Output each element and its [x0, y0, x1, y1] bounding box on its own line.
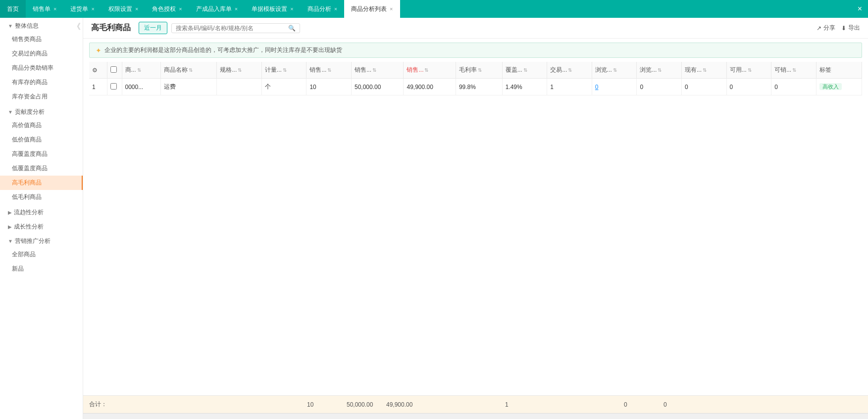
sidebar-group-overall[interactable]: ▼ 整体信息: [0, 18, 83, 32]
export-icon: ⬇: [841, 25, 846, 32]
close-icon[interactable]: ×: [235, 6, 238, 12]
nav-purchase[interactable]: 进货单 ×: [63, 0, 101, 18]
sort-icon: ⇅: [792, 67, 796, 73]
col-current-stock[interactable]: 现有...⇅: [681, 62, 726, 79]
browse-link[interactable]: 0: [595, 84, 599, 91]
nav-home[interactable]: 首页: [0, 0, 26, 18]
sort-icon: ⇅: [238, 67, 242, 73]
sidebar-collapse-button[interactable]: 《: [73, 22, 81, 32]
sidebar-item-all-goods[interactable]: 全部商品: [0, 247, 83, 262]
table-row: 1 0000... 运费 个 10 50,000.00 49,900.00 99…: [89, 79, 862, 95]
chevron-down-icon: ▼: [8, 109, 13, 115]
sidebar-item-high-coverage[interactable]: 高覆盖度商品: [0, 147, 83, 161]
export-button[interactable]: ⬇ 导出: [841, 24, 860, 32]
nav-product-analysis-list[interactable]: 商品分析列表 ×: [344, 0, 400, 18]
sidebar-group-trend[interactable]: ▶ 流趋性分析: [0, 204, 83, 219]
search-icon[interactable]: 🔍: [288, 25, 296, 32]
sidebar-item-high-margin[interactable]: 高毛利商品: [0, 176, 83, 190]
col-browse2[interactable]: 浏览...⇅: [637, 62, 682, 79]
chevron-down-icon: ▼: [8, 23, 13, 29]
sidebar-item-high-value[interactable]: 高价值商品: [0, 118, 83, 133]
close-icon[interactable]: ×: [290, 6, 293, 12]
footer-browse2: [581, 401, 621, 408]
cell-saleable: 0: [771, 79, 817, 95]
nav-product-analysis[interactable]: 商品分析 ×: [301, 0, 344, 18]
nav-role[interactable]: 角色授权 ×: [145, 0, 189, 18]
col-sales-qty[interactable]: 销售...⇅: [306, 62, 352, 79]
col-coverage[interactable]: 覆盖...⇅: [502, 62, 547, 79]
chevron-down-icon: ▼: [8, 238, 13, 244]
col-code[interactable]: 商...⇅: [122, 62, 161, 79]
sidebar-item-low-margin[interactable]: 低毛利商品: [0, 190, 83, 204]
close-icon[interactable]: ×: [91, 6, 94, 12]
sidebar-item-low-coverage[interactable]: 低覆盖度商品: [0, 161, 83, 176]
sidebar-group-contribution[interactable]: ▼ 贡献度分析: [0, 104, 83, 118]
cell-tag: 高收入: [816, 79, 862, 95]
sort-icon: ⇅: [283, 67, 287, 73]
close-icon[interactable]: ×: [53, 6, 56, 12]
chevron-right-icon: ▶: [8, 224, 12, 230]
row-checkbox[interactable]: [110, 83, 117, 90]
close-icon[interactable]: ×: [179, 6, 182, 12]
sidebar-item-sales-goods[interactable]: 销售类商品: [0, 32, 83, 47]
cell-coverage: 1.49%: [502, 79, 547, 95]
col-spec[interactable]: 规格...⇅: [217, 62, 262, 79]
close-icon[interactable]: ×: [135, 6, 138, 12]
col-sales-profit[interactable]: 销售...⇅: [404, 62, 456, 79]
sort-icon: ⇅: [613, 67, 617, 73]
close-icon[interactable]: ×: [390, 6, 393, 12]
cell-checkbox[interactable]: [107, 79, 122, 95]
nav-template[interactable]: 单据模板设置 ×: [245, 0, 300, 18]
col-saleable[interactable]: 可销...⇅: [771, 62, 817, 79]
cell-current-stock: 0: [681, 79, 726, 95]
col-browse1[interactable]: 浏览...⇅: [592, 62, 637, 79]
cell-index: 1: [89, 79, 107, 95]
footer-label: 合计：: [89, 400, 107, 409]
sidebar-item-new-goods[interactable]: 新品: [0, 262, 83, 276]
col-gross-margin[interactable]: 毛利率⇅: [456, 62, 502, 79]
col-tag[interactable]: 标签: [816, 62, 862, 79]
cell-trade: 1: [547, 79, 592, 95]
cell-sales-amount: 50,000.00: [352, 79, 404, 95]
data-table-wrapper[interactable]: ⚙ 商...⇅ 商品名称⇅ 规格...⇅ 计量...⇅ 销售...⇅ 销售...…: [89, 62, 862, 395]
select-all-checkbox[interactable]: [110, 66, 117, 73]
sort-icon: ⇅: [523, 67, 527, 73]
sort-icon: ⇅: [748, 67, 752, 73]
sidebar-group-growth[interactable]: ▶ 成长性分析: [0, 219, 83, 233]
nav-sales[interactable]: 销售单 ×: [26, 0, 63, 18]
footer-browse1: [542, 401, 581, 408]
col-settings[interactable]: ⚙: [89, 62, 107, 79]
sidebar-item-traded-goods[interactable]: 交易过的商品: [0, 47, 83, 61]
col-trade[interactable]: 交易...⇅: [547, 62, 592, 79]
nav-permission[interactable]: 权限设置 ×: [102, 0, 145, 18]
footer-available: 0: [661, 401, 700, 408]
info-bar: ✦ 企业的主要的利润都是这部分商品创造的，可考虑加大推广，同时关注库存是不要出现…: [89, 43, 862, 58]
search-input[interactable]: [176, 25, 286, 32]
cell-unit: 个: [261, 79, 306, 95]
content-header: 高毛利商品 近一月 🔍 ↗ 分享 ⬇ 导出: [83, 18, 868, 39]
sort-icon: ⇅: [372, 67, 376, 73]
col-sales-amount[interactable]: 销售...⇅: [352, 62, 404, 79]
share-button[interactable]: ↗ 分享: [817, 24, 835, 32]
nav-product-stock[interactable]: 产成品入库单 ×: [189, 0, 245, 18]
close-all-tabs[interactable]: ×: [852, 4, 868, 13]
cell-browse1[interactable]: 0: [592, 79, 637, 95]
col-available[interactable]: 可用...⇅: [726, 62, 771, 79]
col-unit[interactable]: 计量...⇅: [261, 62, 306, 79]
horizontal-scrollbar[interactable]: [83, 413, 868, 419]
col-name[interactable]: 商品名称⇅: [161, 62, 217, 79]
sidebar-item-stock-capital[interactable]: 库存资金占用: [0, 90, 83, 104]
sort-icon: ⇅: [568, 67, 572, 73]
footer-total-cells: 10 50,000.00 49,900.00 1 0 0: [113, 401, 862, 408]
sidebar-item-low-value[interactable]: 低价值商品: [0, 133, 83, 147]
sidebar-group-marketing[interactable]: ▼ 营销推广分析: [0, 233, 83, 247]
filter-recent-month[interactable]: 近一月: [139, 22, 167, 34]
share-icon: ↗: [817, 25, 821, 32]
close-icon[interactable]: ×: [334, 6, 337, 12]
sidebar-item-category-rate[interactable]: 商品分类助销率: [0, 61, 83, 75]
cell-browse2: 0: [637, 79, 682, 95]
cell-available: 0: [726, 79, 771, 95]
footer-sales-amount: 50,000.00: [344, 401, 383, 408]
content-area: 高毛利商品 近一月 🔍 ↗ 分享 ⬇ 导出 ✦ 企业的主要的利润都是这部分商品创…: [83, 18, 868, 419]
sidebar-item-in-stock[interactable]: 有库存的商品: [0, 75, 83, 90]
